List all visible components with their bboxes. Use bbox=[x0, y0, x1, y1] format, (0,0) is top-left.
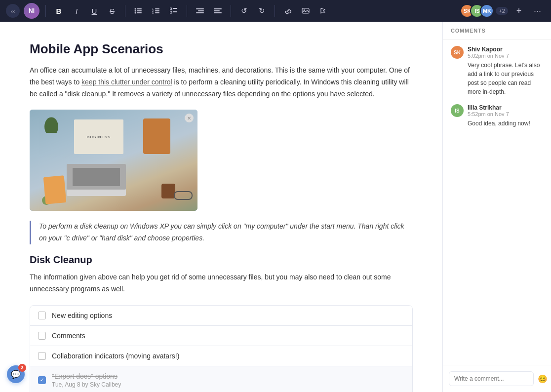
editor-area[interactable]: Mobile App Scenarios An office can accum… bbox=[0, 22, 442, 392]
toolbar-divider-5 bbox=[275, 5, 275, 17]
toolbar-right: SK IS MK +2 + ··· bbox=[460, 4, 545, 18]
document-title: Mobile App Scenarios bbox=[30, 41, 413, 57]
svg-rect-21 bbox=[214, 12, 222, 13]
checkbox-1[interactable] bbox=[38, 312, 46, 319]
undo-button[interactable]: ↺ bbox=[237, 4, 251, 18]
comment-1-avatar: SK bbox=[451, 46, 464, 59]
numbered-list-icon: 1.2.3. bbox=[152, 7, 160, 14]
svg-rect-13 bbox=[173, 8, 177, 9]
highlighted-link[interactable]: keep this clutter under control bbox=[81, 78, 172, 86]
checklist-button[interactable] bbox=[167, 4, 181, 18]
flag-button[interactable] bbox=[316, 4, 330, 18]
checklist-item-2-label: Comments bbox=[52, 332, 85, 340]
notebook bbox=[43, 176, 67, 204]
bold-button[interactable]: B bbox=[52, 4, 66, 18]
section2-body: The information given above can help you… bbox=[30, 272, 413, 295]
checklist: New editing options Comments Collaborati… bbox=[30, 305, 413, 392]
laptop-display bbox=[73, 168, 120, 186]
svg-rect-18 bbox=[196, 12, 204, 13]
notification-count-badge: 3 bbox=[18, 364, 26, 372]
link-button[interactable] bbox=[281, 4, 295, 18]
checklist-item-4-meta: Tue, Aug 8 by Sky Calibey bbox=[52, 381, 121, 388]
numbered-list-button[interactable]: 1.2.3. bbox=[149, 4, 163, 18]
comment-2-time: 5:52pm on Nov 7 bbox=[468, 111, 509, 117]
notification-icon: 💬 bbox=[11, 370, 21, 379]
svg-point-2 bbox=[135, 10, 136, 12]
comments-header: COMMENTS bbox=[443, 22, 551, 40]
toolbar-left: ‹‹ NI B I U S 1.2.3. bbox=[6, 3, 330, 19]
notification-button[interactable]: 💬 3 bbox=[7, 365, 25, 383]
emoji-button[interactable]: 😊 bbox=[538, 374, 548, 384]
document-intro: An office can accumulate a lot of unnece… bbox=[30, 65, 413, 100]
checklist-item-3[interactable]: Collaboration indicators (moving avatars… bbox=[30, 346, 412, 366]
svg-rect-9 bbox=[155, 10, 159, 11]
main-area: Mobile App Scenarios An office can accum… bbox=[0, 22, 551, 392]
bullet-list-icon bbox=[134, 7, 142, 14]
svg-point-4 bbox=[135, 12, 136, 14]
checklist-item-4[interactable]: ✓ "Export docs" options Tue, Aug 8 by Sk… bbox=[30, 366, 412, 392]
redo-icon: ↻ bbox=[259, 6, 265, 15]
underline-button[interactable]: U bbox=[87, 4, 101, 18]
comment-1-meta: Shiv Kapoor 5:02pm on Nov 7 bbox=[468, 46, 509, 59]
svg-rect-15 bbox=[173, 11, 177, 12]
svg-rect-16 bbox=[196, 8, 204, 9]
comments-list: SK Shiv Kapoor 5:02pm on Nov 7 Very cool… bbox=[443, 40, 551, 365]
comment-2-text: Good idea, adding now! bbox=[451, 119, 543, 128]
outdent-icon bbox=[196, 7, 204, 14]
avatar-3: MK bbox=[480, 4, 494, 18]
laptop bbox=[67, 164, 126, 196]
svg-rect-1 bbox=[137, 8, 142, 9]
checklist-item-4-content: "Export docs" options Tue, Aug 8 by Sky … bbox=[52, 372, 121, 388]
collaborators-avatars: SK IS MK +2 bbox=[460, 4, 508, 18]
redo-button[interactable]: ↻ bbox=[255, 4, 269, 18]
comment-2: IS Illia Strikhar 5:52pm on Nov 7 Good i… bbox=[451, 104, 543, 128]
italic-button[interactable]: I bbox=[70, 4, 83, 18]
extra-collaborators-badge: +2 bbox=[496, 7, 508, 15]
svg-rect-22 bbox=[302, 8, 309, 13]
business-paper: BUSINESS bbox=[74, 119, 123, 154]
comment-input[interactable] bbox=[449, 371, 534, 386]
checklist-item-1[interactable]: New editing options bbox=[30, 306, 412, 326]
indent-button[interactable] bbox=[211, 4, 225, 18]
more-options-button[interactable]: ··· bbox=[530, 4, 545, 18]
image-button[interactable] bbox=[299, 4, 313, 18]
comment-1-time: 5:02pm on Nov 7 bbox=[468, 53, 509, 59]
checkbox-2[interactable] bbox=[38, 332, 46, 340]
svg-text:3.: 3. bbox=[152, 11, 154, 14]
desk-image: BUSINESS bbox=[30, 110, 197, 211]
ni-badge: NI bbox=[24, 3, 39, 19]
svg-rect-14 bbox=[170, 11, 172, 13]
svg-rect-3 bbox=[137, 10, 142, 11]
comment-1: SK Shiv Kapoor 5:02pm on Nov 7 Very cool… bbox=[451, 46, 543, 96]
checklist-icon bbox=[170, 7, 178, 14]
comment-1-author-row: SK Shiv Kapoor 5:02pm on Nov 7 bbox=[451, 46, 543, 59]
outdent-button[interactable] bbox=[193, 4, 207, 18]
comment-1-text: Very cool phrase. Let's also add a link … bbox=[451, 61, 543, 96]
add-collaborator-button[interactable]: + bbox=[512, 4, 526, 18]
document-image: BUSINESS ✕ bbox=[30, 110, 197, 211]
checkbox-4[interactable]: ✓ bbox=[38, 376, 46, 384]
checklist-item-2[interactable]: Comments bbox=[30, 326, 412, 346]
back-button[interactable]: ‹‹ bbox=[6, 4, 20, 18]
comment-2-author-row: IS Illia Strikhar 5:52pm on Nov 7 bbox=[451, 104, 543, 117]
comment-2-meta: Illia Strikhar 5:52pm on Nov 7 bbox=[468, 104, 509, 117]
svg-rect-11 bbox=[155, 12, 159, 13]
coffee-cup bbox=[161, 184, 175, 198]
toolbar-divider bbox=[45, 5, 46, 17]
section2-title: Disk Cleanup bbox=[30, 254, 413, 266]
indent-icon bbox=[214, 7, 222, 14]
toolbar-divider-4 bbox=[231, 5, 231, 17]
toolbar-divider-3 bbox=[187, 5, 187, 17]
blockquote: To perform a disk cleanup on Windows XP … bbox=[30, 221, 413, 244]
strikethrough-button[interactable]: S bbox=[105, 4, 119, 18]
checkbox-3[interactable] bbox=[38, 352, 46, 360]
checklist-item-1-label: New editing options bbox=[52, 312, 112, 319]
comment-2-name: Illia Strikhar bbox=[468, 104, 509, 111]
comment-input-area: 😊 bbox=[443, 365, 551, 392]
bullet-list-button[interactable] bbox=[131, 4, 145, 18]
comment-2-avatar: IS bbox=[451, 104, 464, 117]
svg-rect-7 bbox=[155, 8, 159, 9]
checklist-item-3-label: Collaboration indicators (moving avatars… bbox=[52, 352, 179, 360]
laptop-screen bbox=[67, 164, 126, 190]
undo-icon: ↺ bbox=[241, 6, 247, 15]
